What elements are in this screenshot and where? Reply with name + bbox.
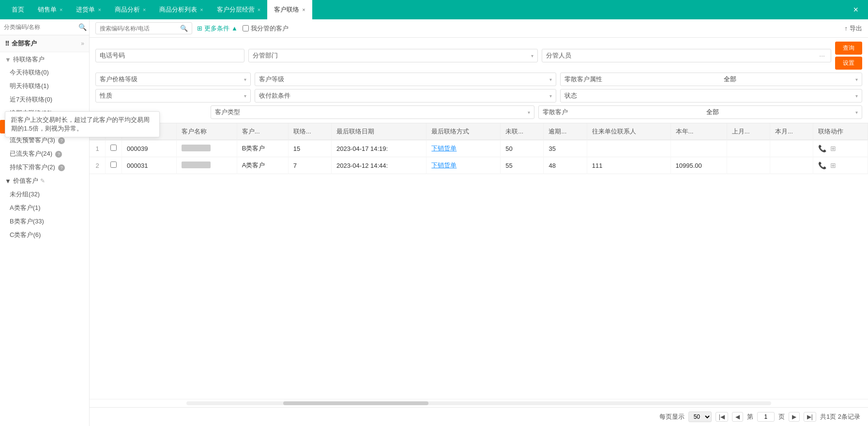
- info-icon-churn-warning[interactable]: ?: [58, 137, 65, 144]
- horizontal-scrollbar[interactable]: [90, 399, 868, 407]
- th-overdue[interactable]: 逾期...: [544, 123, 587, 140]
- sidebar-item-churned[interactable]: 已流失客户(24) ?: [0, 147, 89, 161]
- row-name-1: [176, 140, 237, 157]
- info-icon-declining[interactable]: ?: [58, 164, 65, 171]
- more-icon-2[interactable]: ⊞: [830, 162, 836, 169]
- nav-item-sales[interactable]: 销售单 ×: [31, 0, 69, 19]
- nav-item-home[interactable]: 首页: [5, 0, 31, 19]
- sidebar-item-ungrouped[interactable]: 未分组(32): [0, 188, 89, 201]
- filter-price-level[interactable]: 客户价格等级 ▾: [95, 73, 251, 86]
- sidebar-collapse-button[interactable]: »: [81, 40, 84, 47]
- filter-phone[interactable]: 电话号码: [95, 49, 244, 62]
- nav-close-customer-tier[interactable]: ×: [258, 7, 260, 13]
- th-this-year[interactable]: 本年...: [670, 123, 727, 140]
- edit-icon-value[interactable]: ✎: [40, 177, 45, 184]
- nav-item-customer-contact[interactable]: 客户联络 ×: [267, 0, 312, 19]
- my-customers-checkbox[interactable]: [243, 25, 249, 31]
- sidebar-item-class-b[interactable]: B类客户(33): [0, 215, 89, 228]
- th-contact-count[interactable]: 联络...: [288, 123, 331, 140]
- phone-label: 电话号码: [100, 51, 125, 60]
- export-button[interactable]: ↑ 导出: [845, 24, 863, 33]
- th-contact-person[interactable]: 往来单位联系人: [587, 123, 670, 140]
- nav-item-analysis[interactable]: 商品分析 ×: [108, 0, 152, 19]
- filter-person[interactable]: 分管人员 ···: [542, 49, 831, 62]
- nav-close-customer-contact[interactable]: ×: [302, 7, 305, 13]
- payment-label: 收付款条件: [259, 91, 290, 100]
- my-customers-label: 我分管的客户: [251, 24, 289, 33]
- first-page-button[interactable]: |◀: [716, 412, 728, 422]
- row-customer-type-2: A类客户: [237, 157, 288, 174]
- sidebar-group-value: ▼ 价值客户 ✎: [0, 174, 89, 188]
- contact-icon-1[interactable]: 📞: [818, 145, 826, 152]
- row-last-month-1: [727, 140, 770, 157]
- page-number-input[interactable]: [757, 412, 775, 422]
- th-last-method[interactable]: 最后联络方式: [426, 123, 501, 140]
- status-label: 状态: [564, 91, 577, 100]
- filter-dept[interactable]: 分管部门 ▾: [248, 49, 538, 62]
- filter-retail-attr[interactable]: 零散客户属性 全部 ▾: [560, 73, 862, 86]
- close-all-button[interactable]: ×: [848, 5, 863, 15]
- page-size-select[interactable]: 50: [688, 411, 712, 422]
- sidebar-search-input[interactable]: [4, 24, 76, 30]
- row-name-2: [176, 157, 237, 174]
- sidebar-item-class-c[interactable]: C类客户(6): [0, 228, 89, 242]
- chevron-icon-price: ▾: [244, 77, 246, 82]
- top-navigation: 首页 销售单 × 进货单 × 商品分析 × 商品分析列表 × 客户分层经营 × …: [0, 0, 868, 19]
- filter-customer-level[interactable]: 客户等级 ▾: [255, 73, 557, 86]
- prev-page-button[interactable]: ◀: [732, 412, 743, 422]
- nav-close-analysis-list[interactable]: ×: [200, 7, 203, 13]
- filter-payment[interactable]: 收付款条件 ▾: [255, 89, 557, 103]
- filter-search-box: 🔍: [95, 22, 192, 34]
- nav-close-sales[interactable]: ×: [60, 7, 62, 13]
- row-checkbox-1[interactable]: [106, 140, 122, 157]
- th-last-month[interactable]: 上月...: [727, 123, 770, 140]
- filter-more-conditions[interactable]: ⊞ 更多条件 ▲: [197, 24, 238, 33]
- sidebar-item-tomorrow-pending[interactable]: 明天待联络(1): [0, 79, 89, 93]
- nav-customer-tier-label: 客户分层经营: [217, 5, 255, 14]
- last-page-button[interactable]: ▶|: [804, 412, 816, 422]
- main-layout: 🔍 ⠿ 全部客户 » ▼ 待联络客户 今天待联络(0) 明天待联络(1) 近7天…: [0, 19, 868, 426]
- nav-item-customer-tier[interactable]: 客户分层经营 ×: [210, 0, 267, 19]
- sidebar-item-today-pending[interactable]: 今天待联络(0): [0, 66, 89, 79]
- filter-customer-type[interactable]: 客户类型 ▾: [211, 105, 534, 119]
- row-action-2: 📞 ⊞: [813, 157, 868, 174]
- nav-close-analysis[interactable]: ×: [143, 7, 146, 13]
- th-last-date[interactable]: 最后联络日期: [331, 123, 426, 140]
- th-name[interactable]: 客户名称: [176, 123, 237, 140]
- info-icon-churned[interactable]: ?: [55, 151, 62, 158]
- row-last-date-2: 2023-04-12 14:44:: [331, 157, 426, 174]
- row-checkbox-2[interactable]: [106, 157, 122, 174]
- table-header-row: ⚙ 客户编码 客户名称 客户... 联络... 最后联络日期 最后联络方式 未联…: [90, 123, 868, 140]
- th-uncontacted[interactable]: 未联...: [501, 123, 544, 140]
- row-overdue-2: 48: [544, 157, 587, 174]
- filter-search-input[interactable]: [100, 25, 177, 32]
- filter-retail-customer[interactable]: 零散客户 全部 ▾: [538, 105, 862, 119]
- th-customer-type[interactable]: 客户...: [237, 123, 288, 140]
- content-area: 距客户上次交易时长，超过了此客户的平均交易周期的1.5倍，则视为异常。 🔍 ⊞ …: [90, 19, 868, 426]
- hscroll-thumb[interactable]: [283, 401, 428, 405]
- row-contact-count-1: 15: [288, 140, 331, 157]
- sidebar-item-7days-pending[interactable]: 近7天待联络(0): [0, 93, 89, 106]
- settings-button[interactable]: 设置: [835, 57, 862, 70]
- filter-status[interactable]: 状态 ▾: [560, 89, 862, 103]
- person-label: 分管人员: [546, 51, 571, 60]
- next-page-button[interactable]: ▶: [789, 412, 800, 422]
- nav-item-purchase[interactable]: 进货单 ×: [69, 0, 107, 19]
- dept-label: 分管部门: [253, 51, 278, 60]
- nav-item-analysis-list[interactable]: 商品分析列表 ×: [152, 0, 210, 19]
- query-button[interactable]: 查询: [835, 42, 862, 55]
- filter-gender[interactable]: 性质 ▾: [95, 89, 251, 103]
- tooltip-box: 距客户上次交易时长，超过了此客户的平均交易周期的1.5倍，则视为异常。: [90, 111, 160, 137]
- sidebar-item-declining[interactable]: 持续下滑客户(2) ?: [0, 161, 89, 174]
- sidebar-item-class-a[interactable]: A类客户(1): [0, 201, 89, 215]
- customer-type-label: 客户类型: [215, 108, 240, 117]
- retail-customer-value: 全部: [706, 108, 719, 117]
- nav-close-purchase[interactable]: ×: [98, 7, 101, 13]
- more-icon-1[interactable]: ⊞: [830, 145, 836, 152]
- contact-icon-2[interactable]: 📞: [818, 162, 826, 169]
- th-this-month[interactable]: 本月...: [770, 123, 813, 140]
- row-contact-count-2: 7: [288, 157, 331, 174]
- row-last-method-2: 下销货单: [426, 157, 501, 174]
- retail-attr-label: 零散客户属性: [564, 75, 602, 84]
- row-last-method-1: 下销货单: [426, 140, 501, 157]
